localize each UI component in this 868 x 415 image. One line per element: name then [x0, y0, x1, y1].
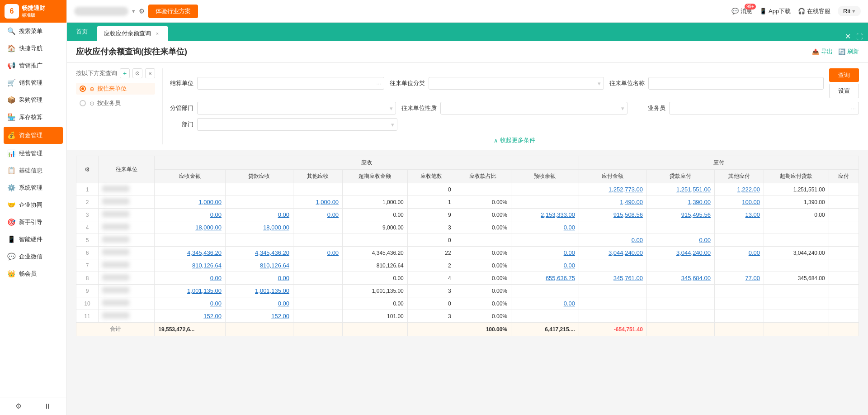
sidebar-item-purchase[interactable]: 📦 采购管理: [0, 91, 66, 109]
app-download-action[interactable]: 📱 App下载: [760, 7, 791, 15]
close-window-icon[interactable]: ✕: [845, 32, 851, 41]
tab-home[interactable]: 首页: [67, 23, 97, 41]
setting-button[interactable]: 设置: [829, 84, 859, 98]
edit-scheme-icon[interactable]: ⊙: [132, 68, 142, 78]
collapse-filters-button[interactable]: ∧ 收起更多条件: [494, 136, 535, 144]
table-cell-link[interactable]: 1,222.00: [737, 186, 760, 193]
table-cell-link[interactable]: 4,345,436.20: [187, 249, 222, 256]
dropdown-arrow-icon[interactable]: ▾: [132, 8, 135, 14]
sidebar-item-member[interactable]: 👑 畅会员: [0, 265, 66, 282]
table-cell-link[interactable]: 100.00: [742, 199, 760, 205]
query-button[interactable]: 查询: [829, 68, 859, 82]
table-cell-link[interactable]: 0.00: [210, 275, 222, 281]
fullscreen-icon[interactable]: ⛶: [856, 33, 863, 40]
sidebar-item-wechat[interactable]: 💬 企业微信: [0, 248, 66, 265]
table-cell-link[interactable]: 0.00: [564, 300, 575, 307]
sidebar-item-system[interactable]: ⚙️ 系统管理: [0, 179, 66, 196]
table-cell-link[interactable]: 345,684.00: [681, 275, 711, 281]
sidebar-item-inventory[interactable]: 🏪 库存核算: [0, 109, 66, 126]
sidebar-item-sales[interactable]: 🛒 销售管理: [0, 74, 66, 91]
table-cell-link[interactable]: 1,000.00: [198, 199, 222, 205]
dept-input[interactable]: ▾: [197, 102, 396, 114]
table-cell-link[interactable]: 152.00: [203, 313, 222, 320]
sidebar-item-finance[interactable]: 💰 资金管理: [4, 127, 63, 144]
cell-ap-overdue: 1,251,551.00: [764, 183, 829, 196]
sidebar-collapse-icon[interactable]: ⏸: [44, 402, 51, 410]
table-cell-link[interactable]: 18,000.00: [263, 224, 289, 231]
table-cell-link[interactable]: 152.00: [271, 313, 289, 320]
sidebar-item-hardware[interactable]: 📱 智能硬件: [0, 231, 66, 248]
cell-ap-other: [714, 297, 764, 310]
table-cell-link[interactable]: 3,044,240.00: [676, 249, 711, 256]
table-cell-link[interactable]: 0.00: [564, 262, 575, 269]
table-cell-link[interactable]: 345,761.00: [613, 275, 643, 281]
tab-ar-query[interactable]: 应收应付余额查询 ×: [97, 26, 168, 41]
table-cell-link[interactable]: 0.00: [749, 249, 760, 256]
table-cell-link[interactable]: 810,126.64: [192, 262, 222, 269]
table-cell-link[interactable]: 1,001,135.00: [255, 287, 289, 294]
table-cell-link[interactable]: 0.00: [327, 249, 339, 256]
cell-ar-prepay: [511, 234, 579, 247]
table-cell-link[interactable]: 1,252,773.00: [609, 186, 643, 193]
table-cell-link[interactable]: 18,000.00: [195, 224, 222, 231]
tab-close-icon[interactable]: ×: [154, 30, 161, 37]
settlement-unit-input[interactable]: ···: [197, 77, 384, 90]
table-cell-link[interactable]: 810,126.64: [260, 262, 289, 269]
table-cell-link[interactable]: 1,000.00: [316, 199, 339, 205]
table-cell-link[interactable]: 1,251,551.00: [676, 186, 711, 193]
unit-name-label: 往来单位名称: [609, 79, 648, 87]
table-cell-link[interactable]: 1,001,135.00: [187, 287, 222, 294]
cell-ar-loan: 4,345,436.20: [226, 247, 293, 259]
table-cell-link[interactable]: 13.00: [745, 211, 760, 218]
refresh-button[interactable]: 🔄 刷新: [838, 48, 859, 56]
table-cell-link[interactable]: 1,390.00: [688, 199, 711, 205]
unit-name-input[interactable]: [648, 77, 824, 90]
user-avatar[interactable]: Rit ▾: [838, 6, 861, 16]
table-cell-link[interactable]: 915,508.56: [613, 211, 643, 218]
dept2-input[interactable]: ▾: [197, 118, 397, 131]
table-settings-icon[interactable]: ⚙: [85, 166, 90, 173]
sidebar-item-management[interactable]: 📊 经营管理: [0, 145, 66, 162]
export-button[interactable]: 📤 导出: [812, 48, 833, 56]
cell-unit: [99, 272, 155, 285]
table-cell-link[interactable]: 0.00: [699, 237, 711, 243]
sidebar-item-guide[interactable]: 🎯 新手引导: [0, 214, 66, 231]
table-cell-link[interactable]: 0.00: [278, 275, 289, 281]
table-cell-link[interactable]: 77.00: [745, 275, 760, 281]
sidebar-item-marketing[interactable]: 📢 营销推广: [0, 57, 66, 74]
sidebar-gear-icon[interactable]: ⚙: [15, 402, 22, 410]
cell-index: 5: [76, 234, 99, 247]
table-cell-link[interactable]: 0.00: [632, 237, 643, 243]
salesman-input[interactable]: ···: [669, 102, 859, 114]
table-cell-link[interactable]: 0.00: [210, 211, 222, 218]
query-option-salesman[interactable]: ⊙ 按业务员: [76, 97, 155, 109]
table-cell-link[interactable]: 0.00: [564, 249, 575, 256]
unit-category-input[interactable]: ▾: [429, 77, 604, 90]
table-cell-link[interactable]: 0.00: [278, 300, 289, 307]
table-cell-link[interactable]: 915,495.56: [681, 211, 711, 218]
sidebar-item-basic[interactable]: 📋 基础信息: [0, 162, 66, 179]
table-cell-link[interactable]: 4,345,436.20: [255, 249, 289, 256]
add-scheme-icon[interactable]: +: [120, 68, 130, 78]
unit-nature-input[interactable]: ▾: [440, 102, 627, 114]
sidebar-item-search[interactable]: 🔍 搜索菜单: [0, 23, 66, 40]
message-icon: 💬: [731, 8, 739, 14]
table-cell-link[interactable]: 0.00: [210, 300, 222, 307]
promo-button[interactable]: 体验行业方案: [148, 5, 198, 18]
table-cell-link[interactable]: 0.00: [278, 211, 289, 218]
message-action[interactable]: 💬 消息 99+: [731, 7, 752, 15]
customer-service-action[interactable]: 🎧 在线客服: [798, 7, 830, 15]
table-cell-link[interactable]: 2,153,333.00: [541, 211, 575, 218]
collapse-scheme-icon[interactable]: «: [145, 68, 155, 78]
table-cell-link[interactable]: 3,044,240.00: [609, 249, 643, 256]
sidebar-item-quicknav[interactable]: 🏠 快捷导航: [0, 40, 66, 57]
table-cell-link[interactable]: 0.00: [327, 211, 339, 218]
query-option-unit[interactable]: ⊕ 按往来单位: [76, 83, 155, 95]
cell-ap-overdue: [764, 221, 829, 234]
blurred-cell: [102, 211, 129, 217]
topbar-gear-icon[interactable]: ⚙: [139, 7, 145, 15]
table-cell-link[interactable]: 0.00: [564, 224, 575, 231]
sidebar-item-collab[interactable]: 🤝 企业协同: [0, 196, 66, 214]
table-cell-link[interactable]: 655,636.75: [546, 275, 575, 281]
table-cell-link[interactable]: 1,490.00: [620, 199, 643, 205]
